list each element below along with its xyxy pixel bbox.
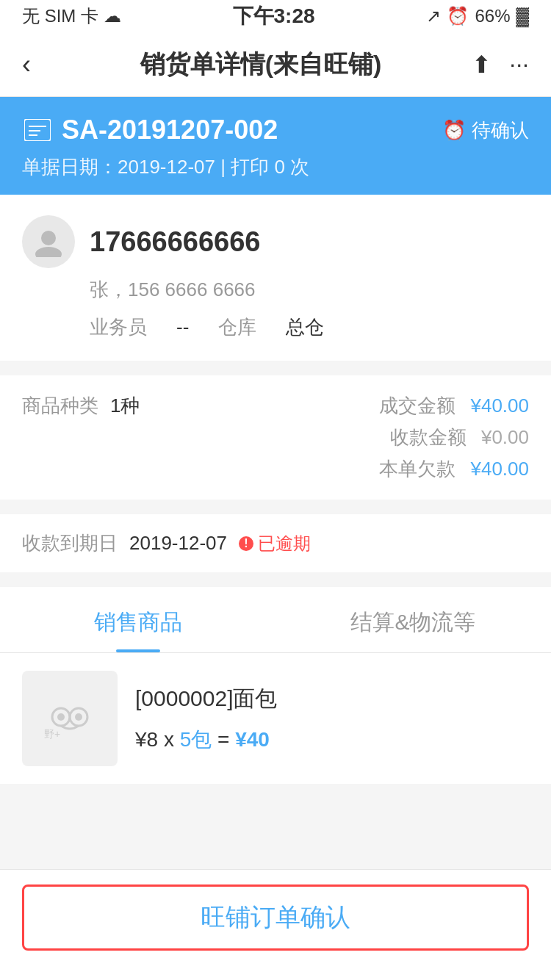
- tabs-section: 销售商品 结算&物流等 野+ [0000002]面包 ¥8 x 5包 = ¥40: [0, 587, 551, 784]
- summary-section: 商品种类 1种 成交金额 ¥40.00 收款金额 ¥0.00 本单欠款 ¥40.…: [0, 375, 551, 500]
- product-total: ¥40: [235, 728, 270, 751]
- customer-name: 张，156 6666 6666: [90, 277, 529, 303]
- alarm-icon: ⏰: [447, 6, 469, 26]
- back-button[interactable]: ‹: [22, 49, 66, 80]
- due-label: 收款到期日: [22, 530, 118, 556]
- avatar: [22, 215, 75, 268]
- order-id-text: SA-20191207-002: [62, 115, 278, 145]
- product-info: [0000002]面包 ¥8 x 5包 = ¥40: [135, 684, 529, 754]
- amount-row-0: 成交金额 ¥40.00: [379, 393, 529, 419]
- location-icon: ↗: [426, 6, 441, 26]
- sim-label: 无 SIM 卡 ☁: [22, 4, 121, 28]
- svg-point-8: [57, 713, 65, 721]
- customer-phone: 17666666666: [90, 226, 260, 258]
- customer-section: 17666666666 张，156 6666 6666 业务员 -- 仓库 总仓: [0, 195, 551, 361]
- amount-value-0: ¥40.00: [470, 394, 529, 417]
- warehouse-label: 仓库: [218, 314, 256, 340]
- status-bar: 无 SIM 卡 ☁ 下午3:28 ↗ ⏰ 66% ▓: [0, 0, 551, 32]
- more-button[interactable]: ···: [509, 51, 529, 78]
- warehouse-value: 总仓: [286, 314, 324, 340]
- svg-point-4: [41, 231, 56, 245]
- summary-left: 商品种类 1种: [22, 393, 140, 419]
- due-date: 2019-12-07: [129, 532, 227, 555]
- equals-sign: =: [212, 728, 235, 751]
- tab-settlement[interactable]: 结算&物流等: [276, 587, 551, 652]
- svg-point-9: [75, 713, 82, 721]
- battery-label: 66%: [475, 6, 510, 26]
- category-label: 商品种类: [22, 393, 98, 419]
- amount-label-2: 本单欠款: [379, 456, 455, 482]
- tabs-bar: 销售商品 结算&物流等: [0, 587, 551, 653]
- status-right: ↗ ⏰ 66% ▓: [426, 6, 529, 26]
- salesman-label: 业务员: [90, 314, 147, 340]
- category-value: 1种: [110, 393, 140, 419]
- product-thumbnail: 野+: [22, 671, 118, 766]
- product-qty: 5包: [180, 728, 212, 751]
- product-name: [0000002]面包: [135, 684, 529, 714]
- amount-value-2: ¥40.00: [470, 458, 529, 480]
- order-icon: [22, 118, 53, 143]
- amount-label-1: 收款金额: [390, 425, 467, 450]
- bottom-bar: 旺铺订单确认: [0, 869, 551, 980]
- status-text: 待确认: [472, 118, 529, 143]
- battery-icon: ▓: [516, 6, 529, 26]
- status-time: 下午3:28: [233, 2, 315, 30]
- order-meta: 单据日期：2019-12-07 | 打印 0 次: [22, 154, 529, 180]
- confirm-order-button[interactable]: 旺铺订单确认: [22, 884, 529, 951]
- category-row: 商品种类 1种: [22, 393, 140, 419]
- page-title: 销货单详情(来自旺铺): [66, 48, 455, 82]
- nav-bar: ‹ 销货单详情(来自旺铺) ⬆ ···: [0, 32, 551, 97]
- svg-text:野+: 野+: [44, 728, 60, 740]
- amount-value-1: ¥0.00: [481, 426, 529, 449]
- nav-actions: ⬆ ···: [455, 51, 529, 79]
- price-unit: ¥8 x: [135, 728, 180, 751]
- status-clock-icon: ⏰: [442, 119, 466, 142]
- order-banner: SA-20191207-002 ⏰ 待确认 单据日期：2019-12-07 | …: [0, 97, 551, 195]
- order-id: SA-20191207-002: [22, 115, 278, 145]
- overdue-dot-icon: !: [239, 536, 253, 551]
- tab-products[interactable]: 销售商品: [0, 587, 276, 652]
- overdue-text: 已逾期: [258, 532, 311, 555]
- order-banner-top: SA-20191207-002 ⏰ 待确认: [22, 115, 529, 145]
- order-status: ⏰ 待确认: [442, 118, 529, 143]
- customer-header: 17666666666: [22, 215, 529, 268]
- summary-right: 成交金额 ¥40.00 收款金额 ¥0.00 本单欠款 ¥40.00: [379, 393, 529, 482]
- due-section: 收款到期日 2019-12-07 ! 已逾期: [0, 514, 551, 572]
- customer-info-row: 业务员 -- 仓库 总仓: [90, 314, 529, 340]
- product-item: 野+ [0000002]面包 ¥8 x 5包 = ¥40: [0, 653, 551, 784]
- product-price: ¥8 x 5包 = ¥40: [135, 726, 529, 754]
- status-left: 无 SIM 卡 ☁: [22, 4, 121, 28]
- amount-label-0: 成交金额: [379, 393, 455, 419]
- amount-row-2: 本单欠款 ¥40.00: [379, 456, 529, 482]
- svg-point-5: [35, 247, 62, 257]
- share-button[interactable]: ⬆: [472, 51, 491, 79]
- amount-row-1: 收款金额 ¥0.00: [390, 425, 529, 450]
- overdue-badge: ! 已逾期: [239, 532, 311, 555]
- salesman-value: --: [176, 316, 189, 339]
